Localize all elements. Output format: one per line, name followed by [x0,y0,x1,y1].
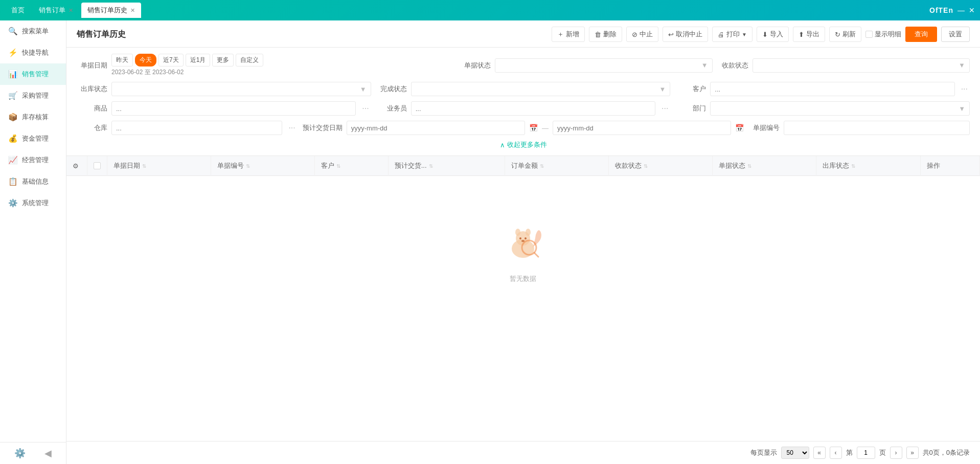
salesperson-more-icon[interactable]: ··· [659,104,670,113]
th-out-status[interactable]: 出库状态 ⇅ [816,156,920,176]
svg-line-5 [534,253,538,257]
prev-page-button[interactable]: ‹ [830,447,842,459]
salesperson-input[interactable] [411,101,655,116]
sidebar: 🔍 搜索菜单 ⚡ 快捷导航 📊 销售管理 🛒 采购管理 📦 库存核算 💰 资金管… [0,20,66,464]
sidebar-item-search-menu[interactable]: 🔍 搜索菜单 [0,20,66,42]
expected-date-to[interactable] [553,121,731,135]
sort-bill-date-icon[interactable]: ⇅ [142,163,146,169]
dept-label: 部门 [675,104,706,113]
total-text: 共0页，0条记录 [923,448,970,457]
complete-status-select[interactable]: ▼ [411,82,671,96]
goods-more-icon[interactable]: ··· [360,104,371,113]
date-last-month-btn[interactable]: 近1月 [186,54,211,67]
warehouse-input[interactable] [111,121,282,135]
collapse-filters[interactable]: ∧ 收起更多条件 [77,140,970,149]
sidebar-item-finance[interactable]: 💰 资金管理 [0,128,66,149]
tab-sales-order-history-close[interactable]: ✕ [130,7,135,14]
new-button[interactable]: ＋ 新增 [552,27,585,42]
customer-input[interactable] [710,82,954,96]
sidebar-item-operations[interactable]: 📈 经营管理 [0,149,66,171]
th-bill-date[interactable]: 单据日期 ⇅ [107,156,211,176]
window-close[interactable]: ✕ [969,6,975,14]
tab-sales-order-close[interactable]: ✕ [69,7,73,14]
sidebar-item-sales-mgmt[interactable]: 📊 销售管理 [0,63,66,85]
window-minimize[interactable]: — [958,6,965,14]
settings-button[interactable]: 设置 [941,27,970,42]
table-settings-icon[interactable]: ⚙ [73,162,79,170]
th-expected-delivery[interactable]: 预计交货... ⇅ [388,156,505,176]
sidebar-item-basic-info[interactable]: 📋 基础信息 [0,171,66,192]
date-today-btn[interactable]: 今天 [135,54,156,67]
th-customer[interactable]: 客户 ⇅ [314,156,388,176]
delete-icon: 🗑 [595,31,601,38]
goods-input[interactable] [111,101,356,116]
tab-home[interactable]: 首页 [5,3,31,18]
sales-mgmt-icon: 📊 [8,70,18,79]
refresh-button[interactable]: ↻ 刷新 [829,27,861,42]
calendar-from-icon[interactable]: 📅 [529,124,538,132]
query-button[interactable]: 查询 [905,27,937,42]
page-number-input[interactable]: 1 [857,447,875,459]
warehouse-more-icon[interactable]: ··· [286,123,297,132]
th-bill-no[interactable]: 单据编号 ⇅ [211,156,314,176]
sidebar-item-inventory[interactable]: 📦 库存核算 [0,106,66,128]
payment-status-dropdown-icon: ▼ [959,61,965,69]
date-filter-col: 单据日期 昨天 今天 近7天 近1月 更多 自定义 2023-06-02 至 2… [77,54,455,77]
sidebar-item-sys-mgmt[interactable]: ⚙️ 系统管理 [0,192,66,214]
delete-label: 删除 [603,30,617,39]
th-checkbox[interactable] [87,156,107,176]
print-button[interactable]: 🖨 打印 ▼ [712,27,753,42]
tab-sales-order-history-label: 销售订单历史 [87,6,127,15]
customer-more-icon[interactable]: ··· [959,84,970,94]
sort-payment-status-icon[interactable]: ⇅ [644,163,648,169]
th-settings[interactable]: ⚙ [66,156,87,176]
sort-bill-status-icon[interactable]: ⇅ [747,163,751,169]
date-more-btn[interactable]: 更多 [212,54,234,67]
out-status-select[interactable]: ▼ [111,82,371,96]
bill-status-select[interactable]: ▼ [495,58,712,73]
th-order-amount[interactable]: 订单金额 ⇅ [505,156,608,176]
import-button[interactable]: ⬇ 导入 [757,27,789,42]
dept-select[interactable]: ▼ [710,101,970,116]
sidebar-item-quick-nav[interactable]: ⚡ 快捷导航 [0,42,66,63]
operations-icon: 📈 [8,156,18,165]
sort-expected-delivery-icon[interactable]: ⇅ [429,163,433,169]
expected-date-from[interactable] [347,121,525,135]
sort-bill-no-icon[interactable]: ⇅ [246,163,250,169]
page-size-select[interactable]: 50 20 100 [781,447,809,459]
sort-order-amount-icon[interactable]: ⇅ [540,163,544,169]
last-page-button[interactable]: » [906,447,919,459]
display-detail-checkbox[interactable] [865,31,873,38]
finance-icon: 💰 [8,134,18,143]
export-button[interactable]: ⬆ 导出 [793,27,825,42]
payment-status-select[interactable]: ▼ [753,58,970,73]
sidebar-collapse-icon[interactable]: ◀ [44,448,52,459]
bill-no-input[interactable] [784,121,970,135]
date-last7-btn[interactable]: 近7天 [158,54,184,67]
bill-status-label: 单据状态 [460,61,491,70]
next-page-button[interactable]: › [890,447,902,459]
date-custom-btn[interactable]: 自定义 [236,54,263,67]
sidebar-settings-icon[interactable]: ⚙️ [14,448,26,459]
calendar-to-icon[interactable]: 📅 [735,124,744,132]
payment-status-label: 收款状态 [718,61,748,70]
stop-button[interactable]: ⊘ 中止 [626,27,658,42]
filter-row-4: 仓库 ··· 预计交货日期 📅 — 📅 单据编号 [77,121,970,135]
brand-label: OfTEn [929,6,953,14]
table-body: 暂无数据 [66,176,980,325]
th-bill-status[interactable]: 单据状态 ⇅ [713,156,816,176]
select-all-checkbox[interactable] [94,162,101,169]
display-detail-toggle[interactable]: 显示明细 [865,30,901,39]
delete-button[interactable]: 🗑 删除 [589,27,622,42]
cancel-stop-button[interactable]: ↩ 取消中止 [663,27,708,42]
sort-out-status-icon[interactable]: ⇅ [851,163,855,169]
th-bill-no-label: 单据编号 [217,161,244,170]
first-page-button[interactable]: « [813,447,826,459]
tab-sales-order[interactable]: 销售订单 ✕ [33,3,79,18]
date-yesterday-btn[interactable]: 昨天 [111,54,133,67]
th-payment-status[interactable]: 收款状态 ⇅ [608,156,712,176]
sidebar-item-purchase-mgmt[interactable]: 🛒 采购管理 [0,85,66,106]
tab-sales-order-history[interactable]: 销售订单历史 ✕ [81,3,141,18]
cancel-stop-label: 取消中止 [676,30,702,39]
sort-customer-icon[interactable]: ⇅ [336,163,340,169]
